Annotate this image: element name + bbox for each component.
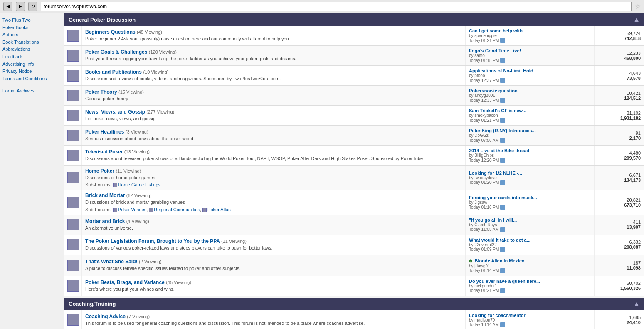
post-icon — [500, 180, 505, 185]
forum-link[interactable]: The Poker Legislation Forum, Brought to … — [85, 238, 220, 244]
sidebar-item-twoplustwo[interactable]: Two Plus Two — [2, 17, 62, 24]
forum-viewing: (13 Viewing) — [124, 149, 150, 154]
last-post-time: Today 01:14 PM — [469, 268, 591, 273]
last-post-title: Peter King (R-NY) Introduces... — [469, 128, 591, 133]
sidebar-item-poker-books[interactable]: Poker Books — [2, 24, 62, 32]
forum-name: Poker Headlines (3 Viewing) — [85, 129, 462, 135]
stats-threads: 4,480 — [629, 151, 641, 156]
last-post-time: Today 01:16 PM — [469, 205, 591, 210]
forum-viewing: (4 Viewing) — [126, 219, 149, 224]
last-post-by: by DoGGz — [469, 133, 591, 138]
forum-last-post: ♣ Blonde Alien in Mexico by jdawg91 Toda… — [465, 255, 594, 276]
forum-info: Coaching Advice (7 Viewing) This forum i… — [82, 310, 465, 329]
forum-last-post: Looking for 1/2 NLHE -... by twodaydrive… — [465, 166, 594, 190]
forum-link[interactable]: Mortar and Brick — [85, 218, 125, 224]
stats-threads: 21,102 — [627, 111, 641, 116]
forum-desc: Discussions of various poker-related law… — [85, 245, 462, 251]
forum-stats: 91 2,170 — [594, 126, 644, 145]
forum-name: Coaching Advice (7 Viewing) — [85, 314, 462, 319]
sidebar: Two Plus Two Poker Books Authors Book Tr… — [0, 13, 64, 329]
forum-link[interactable]: News, Views, and Gossip — [85, 109, 145, 115]
forum-link[interactable]: Beginners Questions — [85, 29, 136, 35]
forum-icon — [67, 130, 79, 141]
forum-viewing: (45 Viewing) — [166, 280, 191, 285]
forum-icon — [67, 197, 79, 208]
forum-link[interactable]: Poker Headlines — [85, 129, 124, 135]
stats-posts: 73,578 — [627, 76, 641, 81]
sidebar-item-privacy-notice[interactable]: Privacy Notice — [2, 68, 62, 75]
forum-link[interactable]: Brick and Mortar — [85, 193, 125, 198]
forum-info: Mortar and Brick (4 Viewing) An alternat… — [82, 215, 465, 235]
forum-icon-cell — [64, 190, 82, 214]
table-row: Poker Beats, Brags, and Variance (45 Vie… — [64, 276, 644, 296]
last-post-by: by samo — [469, 53, 591, 58]
stats-threads: 1,695 — [629, 315, 641, 320]
sidebar-item-book-translations[interactable]: Book Translations — [2, 39, 62, 46]
forum-icon — [67, 314, 79, 326]
page-wrapper: Two Plus Two Poker Books Authors Book Tr… — [0, 13, 644, 329]
subforum-icon — [113, 208, 117, 212]
forward-button[interactable]: ▶ — [16, 2, 25, 11]
forum-desc: Discussions of brick and mortar gambling… — [85, 199, 462, 205]
forum-icon — [67, 90, 79, 101]
forum-desc: A place to discuss female specific issue… — [85, 265, 462, 272]
forum-link[interactable]: Poker Theory — [85, 89, 117, 95]
sidebar-item-feedback[interactable]: Feedback — [2, 53, 62, 61]
last-post-title: Do you ever have a queen here... — [469, 279, 591, 284]
bookmark-star[interactable]: ☆ — [635, 2, 641, 10]
forum-link[interactable]: Poker Beats, Brags, and Variance — [85, 280, 165, 285]
sidebar-item-abbreviations[interactable]: Abbreviations — [2, 46, 62, 53]
forum-link[interactable]: Books and Publications — [85, 69, 142, 75]
sidebar-item-forum-archives[interactable]: Forum Archives — [2, 87, 62, 95]
forum-icon — [67, 150, 79, 161]
forum-stats: 59,724 742,818 — [594, 26, 644, 45]
last-post-title: Pokersnowie question — [469, 88, 591, 93]
forum-link[interactable]: Poker Goals & Challenges — [85, 49, 147, 55]
forum-viewing: (120 Viewing) — [149, 49, 177, 54]
forum-name: Televised Poker (13 Viewing) — [85, 149, 462, 155]
forum-link[interactable]: That's What She Said! — [85, 259, 138, 265]
forum-info: Books and Publications (10 Viewing) Disc… — [82, 66, 465, 85]
forum-desc: Serious discussion about news about the … — [85, 136, 462, 142]
last-post-time: Today 11:05 AM — [469, 227, 591, 232]
post-icon — [500, 98, 505, 103]
forum-icon-cell — [64, 46, 82, 65]
url-bar[interactable] — [41, 2, 632, 11]
forum-link[interactable]: Home Poker — [85, 168, 114, 174]
post-icon — [500, 58, 505, 63]
forum-last-post: Pokersnowie question by andyg2001 Today … — [465, 86, 594, 105]
forum-link[interactable]: Coaching Advice — [85, 314, 126, 319]
forum-last-post: Peter King (R-NY) Introduces... by DoGGz… — [465, 126, 594, 145]
forum-icon — [67, 280, 79, 292]
back-button[interactable]: ◀ — [3, 2, 12, 11]
last-post-title: Looking for coach/mentor — [469, 313, 591, 318]
forum-icon — [67, 260, 79, 271]
stats-posts: 673,710 — [624, 203, 641, 208]
forum-desc: Here's where you put your whines and win… — [85, 286, 462, 292]
sidebar-item-authors[interactable]: Authors — [2, 31, 62, 39]
post-icon — [500, 118, 505, 123]
table-row: The Poker Legislation Forum, Brought to … — [64, 235, 644, 255]
last-post-by: by andyg2001 — [469, 93, 591, 98]
forum-info: News, Views, and Gossip (277 Viewing) Fo… — [82, 106, 465, 125]
forum-icon-cell — [64, 66, 82, 85]
table-row: Poker Headlines (3 Viewing) Serious disc… — [64, 126, 644, 146]
forum-info: Poker Theory (15 Viewing) General poker … — [82, 86, 465, 105]
sidebar-item-terms-conditions[interactable]: Terms and Conditions — [2, 75, 62, 83]
forum-last-post: 2014 Live at the Bike thread by BiiiigCh… — [465, 146, 594, 165]
section-collapse-icon[interactable]: ▲ — [633, 16, 640, 23]
last-post-title: "If you go all in I will... — [469, 218, 591, 223]
last-post-by: by spacehippie — [469, 33, 591, 38]
table-row: Home Poker (11 Viewing) Discussions of h… — [64, 166, 644, 190]
reload-button[interactable]: ↻ — [28, 2, 37, 11]
section-title-general-poker: General Poker Discussion — [69, 17, 136, 23]
section-title-coaching: Coaching/Training — [69, 301, 116, 307]
last-post-by: by Jigsaw — [469, 200, 591, 205]
forum-viewing: (62 Viewing) — [126, 193, 152, 198]
section-collapse-icon-2[interactable]: ▲ — [633, 300, 640, 308]
stats-posts: 209,570 — [624, 156, 641, 161]
forum-link[interactable]: Televised Poker — [85, 149, 123, 155]
sidebar-item-advertising-info[interactable]: Advertising Info — [2, 61, 62, 68]
last-post-time: Today 01:09 PM — [469, 247, 591, 252]
last-post-time: Today 01:21 PM — [469, 118, 591, 123]
